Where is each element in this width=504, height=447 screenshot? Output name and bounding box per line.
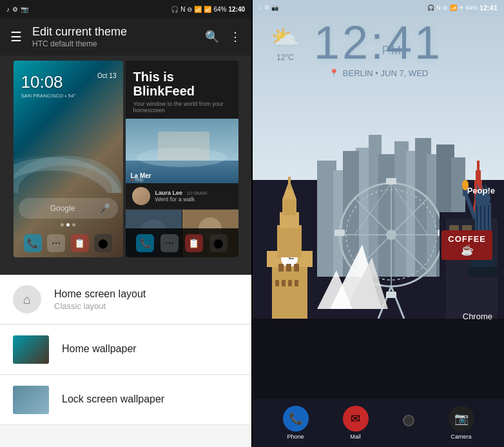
svg-rect-59 <box>288 280 292 286</box>
mail-label: Mail <box>350 433 361 440</box>
dock-apps[interactable]: ⋯ <box>47 234 65 252</box>
lock-wallpaper-text: Lock screen wallpaper <box>62 393 238 406</box>
svg-rect-51 <box>282 199 296 215</box>
dock2-apps[interactable]: ⋯ <box>160 234 179 252</box>
svg-point-34 <box>386 230 396 240</box>
preview-date: Oct 13 <box>97 72 116 79</box>
svg-rect-71 <box>477 161 480 174</box>
home-layout-title: Home screen layout <box>54 288 238 300</box>
blinkfeed-screen-preview[interactable]: This is BlinkFeed Your window to the wor… <box>126 61 238 257</box>
camera-label: Camera <box>451 433 471 440</box>
battery-percent: 64% <box>213 6 226 13</box>
settings-item-lock-wallpaper[interactable]: Lock screen wallpaper <box>0 375 251 425</box>
blinkfeed-subtitle: Your window to the world from your homes… <box>133 101 231 114</box>
dock2-msg[interactable]: 📋 <box>185 234 203 252</box>
social-post: Laura Lee 10:08AM Went for a walk <box>126 183 238 210</box>
svg-rect-60 <box>295 280 298 286</box>
twitter-name: Laura Lee <box>155 190 183 196</box>
coffee-text: COFFEE <box>448 234 486 244</box>
dock: 📞 ⋯ 📋 ⬤ <box>14 234 123 252</box>
status-bar-left: ♪⚙📷 🎧N⊖📶📶 64% 12:40 <box>0 0 251 18</box>
twitter-msg: Went for a walk <box>155 196 232 203</box>
svg-rect-49 <box>277 225 302 257</box>
svg-rect-56 <box>294 264 299 272</box>
yelp-label: ● Yelp <box>131 177 144 182</box>
dock2-camera[interactable]: ⬤ <box>209 234 228 252</box>
coffee-label: COFFEE ☕ <box>441 230 492 260</box>
screen2-dock: 📞 ⋯ 📋 ⬤ <box>126 228 238 257</box>
left-panel: ♪⚙📷 🎧N⊖📶📶 64% 12:40 ☰ Edit current theme… <box>0 0 251 447</box>
phone-preview-area: 10:08 Oct 13 SAN FRANCISCO • 54° Google … <box>0 55 251 275</box>
google-search-bar[interactable]: Google 🎤 <box>19 198 118 219</box>
toolbar-title: Edit current theme <box>32 25 205 39</box>
status-time: 12:40 <box>228 6 245 13</box>
toolbar-subtitle: HTC default theme <box>32 39 205 48</box>
blinkfeed-header: This is BlinkFeed Your window to the wor… <box>126 61 238 119</box>
coffee-cup-icon: ☕ <box>448 244 486 256</box>
svg-rect-94 <box>253 319 504 399</box>
status-bar-icons-right: 🎧N⊖📶📶 64% 12:40 <box>171 6 245 13</box>
home-screen-preview[interactable]: 10:08 Oct 13 SAN FRANCISCO • 54° Google … <box>14 61 123 257</box>
dock-phone[interactable]: 📞 <box>24 234 42 252</box>
dock-apps2[interactable]: 📋 <box>71 234 89 252</box>
mail-icon-circle: ✉ <box>343 406 369 432</box>
social-text: Laura Lee 10:08AM Went for a walk <box>155 190 232 203</box>
nav-dot <box>61 223 64 226</box>
app-icons-bar: 📞 Phone ✉ Mail 📷 Camera <box>253 399 504 447</box>
home-layout-subtitle: Classic layout <box>54 301 238 311</box>
svg-rect-39 <box>334 230 345 236</box>
app-icon-phone[interactable]: 📞 Phone <box>283 406 309 440</box>
preview-location: SAN FRANCISCO • 54° <box>21 93 76 99</box>
city-scene <box>253 51 504 402</box>
home-layout-icon: ⌂ <box>13 285 41 313</box>
settings-list: ⌂ Home screen layout Classic layout Home… <box>0 275 251 447</box>
lock-wallpaper-title: Lock screen wallpaper <box>62 393 238 405</box>
svg-rect-53 <box>288 177 291 190</box>
status-bar-icons-left: ♪⚙📷 <box>6 6 28 13</box>
search-icon[interactable]: 🔍 <box>205 30 219 44</box>
social-avatar <box>132 187 150 205</box>
camera-dot-item <box>403 415 414 426</box>
chrome-label: Chrome <box>463 312 492 321</box>
blinkfeed-title-line1: This is <box>133 70 231 84</box>
google-text: Google <box>26 204 99 213</box>
twitter-time: 10:08AM <box>186 190 207 196</box>
right-status-icons: ♪⚙📷 <box>259 5 278 11</box>
home-layout-text: Home screen layout Classic layout <box>54 288 238 311</box>
svg-rect-58 <box>282 280 286 286</box>
blinkfeed-title-line2: BlinkFeed <box>133 84 231 98</box>
settings-item-home-layout[interactable]: ⌂ Home screen layout Classic layout <box>0 275 251 324</box>
settings-item-home-wallpaper[interactable]: Home wallpaper <box>0 325 251 375</box>
camera-icon-circle: 📷 <box>449 406 474 432</box>
lock-wallpaper-thumbnail <box>13 386 49 414</box>
people-label: Peop!e <box>467 186 495 195</box>
status-bar-right: ♪⚙📷 🎧N⊖📶✈ 64% 12:41 <box>253 0 504 15</box>
svg-rect-6 <box>158 132 209 161</box>
svg-rect-38 <box>386 292 396 298</box>
home-wallpaper-text: Home wallpaper <box>62 343 238 356</box>
phone-icon-circle: 📞 <box>283 406 309 432</box>
svg-rect-55 <box>286 264 291 272</box>
svg-rect-93 <box>468 267 498 277</box>
dock-camera[interactable]: ⬤ <box>94 234 112 252</box>
app-icon-mail[interactable]: ✉ Mail <box>343 406 369 440</box>
menu-icon[interactable]: ☰ <box>10 29 22 45</box>
app-icon-camera[interactable]: 📷 Camera <box>449 406 474 440</box>
blinkfeed-main-image: La Mer ● Yelp <box>126 119 238 183</box>
toolbar: ☰ Edit current theme HTC default theme 🔍… <box>0 18 251 55</box>
dock2-phone[interactable]: 📞 <box>136 234 154 252</box>
home-wallpaper-thumbnail <box>13 335 49 364</box>
phone-icon: 📞 <box>289 412 303 426</box>
camera-dot <box>403 415 414 426</box>
phone-label: Phone <box>287 433 304 440</box>
right-time: 12:41 <box>480 4 498 12</box>
mic-icon[interactable]: 🎤 <box>99 203 110 214</box>
nav-dot <box>72 223 75 226</box>
toolbar-action-icons: 🔍 ⋮ <box>205 30 241 44</box>
more-options-icon[interactable]: ⋮ <box>229 30 241 44</box>
svg-rect-57 <box>275 280 279 286</box>
right-status-right-icons: 🎧N⊖📶✈ 64% 12:41 <box>427 4 498 12</box>
nav-dots <box>14 223 123 226</box>
svg-rect-37 <box>386 178 396 184</box>
svg-rect-54 <box>278 264 284 272</box>
